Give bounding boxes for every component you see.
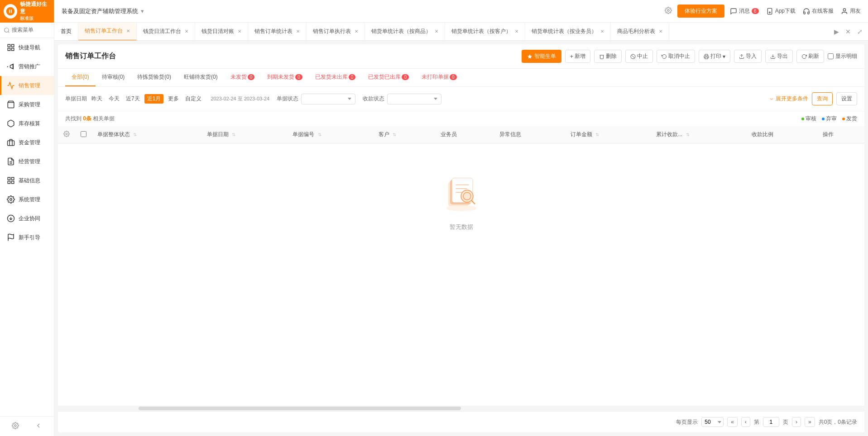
sidebar-item-sales[interactable]: 销售管理 <box>0 76 54 95</box>
sidebar-item-purchase[interactable]: 采购管理 <box>0 95 54 114</box>
tab-cash-reconcile[interactable]: 钱货日清对账 ✕ <box>195 23 248 41</box>
search-menu[interactable]: 搜索菜单 <box>0 23 54 38</box>
page-size-select[interactable]: 50 10 20 100 <box>701 417 724 427</box>
import-btn[interactable]: 导入 <box>734 50 762 63</box>
sort-icon[interactable]: ⇅ <box>595 132 599 137</box>
sub-tab-wangpu[interactable]: 旺铺待发货(0) <box>177 69 224 86</box>
sub-tab-pending-review[interactable]: 待审核(0) <box>96 69 131 86</box>
sub-tab-all[interactable]: 全部(0) <box>65 69 96 86</box>
tab-home[interactable]: 首页 <box>54 23 78 41</box>
expand-conditions-btn[interactable]: 展开更多条件 <box>769 95 808 103</box>
refresh-btn[interactable]: 刷新 <box>796 50 824 63</box>
sort-icon[interactable]: ⇅ <box>393 132 396 137</box>
sidebar-item-finance[interactable]: 资金管理 <box>0 133 54 152</box>
col-checkbox[interactable] <box>75 126 92 143</box>
online-service-btn[interactable]: 在线客服 <box>803 7 834 15</box>
collapse-sidebar-btn[interactable] <box>33 420 44 432</box>
export-btn[interactable]: 导出 <box>765 50 793 63</box>
sort-icon[interactable]: ⇅ <box>133 132 137 137</box>
query-btn[interactable]: 查询 <box>812 92 833 105</box>
sub-tab-overdue[interactable]: 到期未发货0 <box>261 69 309 86</box>
prev-page-btn[interactable]: ‹ <box>741 417 750 427</box>
sidebar-item-label: 销售管理 <box>19 82 40 90</box>
sidebar-item-basic-info[interactable]: 基础信息 <box>0 171 54 190</box>
sidebar-item-system[interactable]: 系统管理 <box>0 190 54 209</box>
review-action-btn[interactable]: 审核 <box>801 115 816 123</box>
select-all-checkbox[interactable] <box>81 131 86 137</box>
page-input[interactable] <box>763 417 779 427</box>
cancel-review-action-btn[interactable]: 弃审 <box>822 115 837 123</box>
sort-icon[interactable]: ⇅ <box>318 132 321 137</box>
sidebar-item-guide[interactable]: 新手引导 <box>0 228 54 247</box>
tab-sales-summary-staff[interactable]: 销货单统计表（按业务员） ✕ <box>525 23 611 41</box>
sidebar-item-quick-nav[interactable]: 快捷导航 <box>0 38 54 57</box>
date-option-1month[interactable]: 近1月 <box>144 94 164 104</box>
app-download-btn[interactable]: App下载 <box>766 7 796 15</box>
sub-tab-shipped-out[interactable]: 已发货已出库0 <box>362 69 415 86</box>
tab-close-btn[interactable]: ✕ <box>296 29 300 34</box>
svg-line-39 <box>471 201 475 204</box>
sub-tab-shipped-not-out[interactable]: 已发货未出库0 <box>309 69 362 86</box>
sidebar-item-label: 企业协同 <box>19 215 40 223</box>
ship-action-btn[interactable]: 发货 <box>842 115 857 123</box>
sub-tab-pending-inspect[interactable]: 待拣货验货(0) <box>131 69 177 86</box>
tab-daily-cash[interactable]: 钱货日清工作台 ✕ <box>137 23 195 41</box>
tab-close-btn[interactable]: ✕ <box>355 29 358 34</box>
next-page-btn[interactable]: › <box>792 417 801 427</box>
sidebar-item-enterprise[interactable]: 企业协同 <box>0 209 54 228</box>
h-scroll-area[interactable] <box>58 406 864 411</box>
first-page-btn[interactable]: « <box>727 417 738 427</box>
tab-sales-order[interactable]: 销售订单工作台 ✕ <box>78 23 137 41</box>
system-settings-btn[interactable] <box>665 7 672 15</box>
sidebar-item-inventory[interactable]: 库存核算 <box>0 114 54 133</box>
cancel-stop-btn[interactable]: 取消中止 <box>657 50 695 63</box>
payment-select[interactable] <box>387 94 441 104</box>
tab-close-btn[interactable]: ✕ <box>185 29 188 34</box>
date-option-more[interactable]: 更多 <box>166 94 181 104</box>
date-option-yesterday[interactable]: 昨天 <box>90 94 104 104</box>
sort-icon[interactable]: ⇅ <box>686 132 690 137</box>
tab-close-btn[interactable]: ✕ <box>126 28 130 33</box>
tab-sales-summary-product[interactable]: 销货单统计表（按商品） ✕ <box>365 23 445 41</box>
show-detail-label[interactable]: 显示明细 <box>828 52 857 60</box>
tab-close-btn[interactable]: ✕ <box>515 29 518 34</box>
last-page-btn[interactable]: » <box>805 417 815 427</box>
sidebar-item-operations[interactable]: 经营管理 <box>0 152 54 171</box>
tab-close-btn[interactable]: ✕ <box>238 29 241 34</box>
online-service-label: 在线客服 <box>812 7 834 15</box>
add-btn[interactable]: + 新增 <box>565 50 590 63</box>
tab-sales-exec[interactable]: 销售订单执行表 ✕ <box>307 23 365 41</box>
show-detail-checkbox[interactable] <box>828 53 834 59</box>
smart-gen-btn[interactable]: 智能生单 <box>522 50 561 63</box>
tab-sales-summary-customer[interactable]: 销货单统计表（按客户） ✕ <box>445 23 525 41</box>
tab-close-all-btn[interactable]: ✕ <box>844 27 853 36</box>
tab-close-btn[interactable]: ✕ <box>435 29 438 34</box>
sort-icon[interactable]: ⇅ <box>232 132 235 137</box>
tab-scroll-right-btn[interactable]: ▶ <box>832 27 841 36</box>
date-option-today[interactable]: 今天 <box>107 94 121 104</box>
industry-btn[interactable]: 体验行业方案 <box>677 5 724 18</box>
date-option-7days[interactable]: 近7天 <box>124 94 142 104</box>
tab-close-btn[interactable]: ✕ <box>600 29 604 34</box>
col-status-label: 单据整体状态 <box>97 131 130 137</box>
col-settings[interactable] <box>58 126 75 143</box>
user-menu-btn[interactable]: 用友 <box>841 7 861 15</box>
delete-btn[interactable]: 删除 <box>594 50 622 63</box>
messages-btn[interactable]: 消息 6 <box>730 7 759 15</box>
tab-sales-stats[interactable]: 销售订单统计表 ✕ <box>248 23 307 41</box>
tab-product-margin[interactable]: 商品毛利分析表 ✕ <box>611 23 669 41</box>
date-option-custom[interactable]: 自定义 <box>183 94 203 104</box>
tab-maximize-btn[interactable]: ⤢ <box>855 27 864 36</box>
status-select[interactable] <box>301 94 355 104</box>
gear-icon <box>7 195 15 204</box>
sub-tab-not-printed[interactable]: 未打印单据0 <box>415 69 463 86</box>
settings-bottom-btn[interactable] <box>10 420 21 432</box>
h-scroll-thumb[interactable] <box>139 407 461 410</box>
print-btn[interactable]: 打印 ▾ <box>699 50 730 63</box>
table-header: 单据整体状态 ⇅ 单据日期 ⇅ 单据编号 ⇅ <box>58 126 864 143</box>
stop-btn[interactable]: 中止 <box>625 50 653 63</box>
sub-tab-not-shipped[interactable]: 未发货0 <box>224 69 261 86</box>
tab-close-btn[interactable]: ✕ <box>659 29 662 34</box>
sidebar-item-marketing[interactable]: 营销推广 <box>0 57 54 76</box>
settings-btn[interactable]: 设置 <box>836 92 857 105</box>
